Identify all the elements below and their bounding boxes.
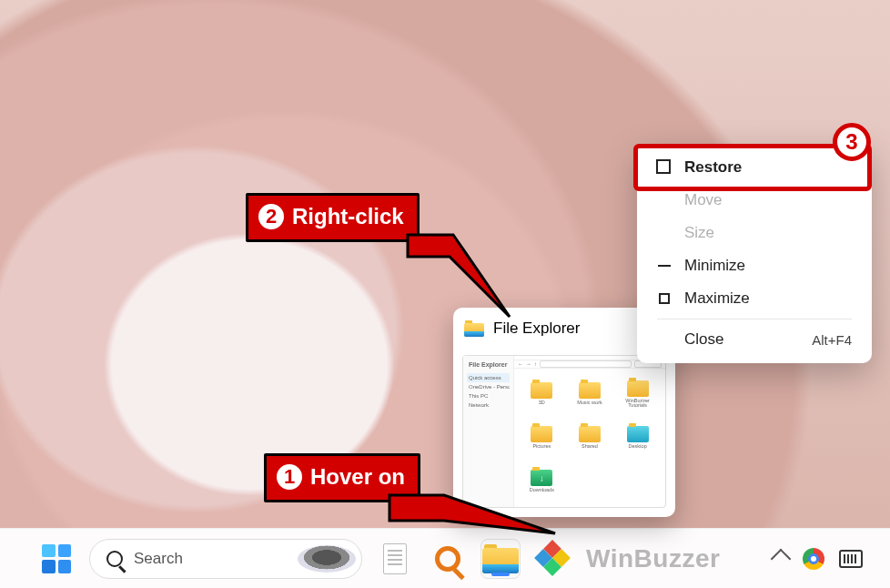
thumbnail-preview[interactable]: File Explorer Quick access OneDrive - Pe… (462, 355, 666, 508)
callout-step1: 1 Hover on (264, 453, 420, 502)
callout-step1-number: 1 (274, 461, 305, 492)
callout-step2-number: 2 (256, 201, 287, 232)
preview-sidebar-title: File Explorer (467, 360, 510, 370)
preview-folder: Music work (568, 374, 612, 414)
callout-step1-text: Hover on (310, 464, 405, 490)
search-placeholder: Search (134, 550, 183, 568)
watermark-text: WinBuzzer (586, 544, 720, 573)
taskbar-search[interactable]: Search (89, 539, 362, 579)
start-button[interactable] (36, 539, 76, 579)
callout-step2: 2 Right-click (246, 193, 420, 242)
callout-arrow-icon (408, 235, 544, 335)
preview-sidebar-item: Quick access (467, 373, 510, 382)
preview-folder: 3D (520, 374, 564, 414)
ctx-size: Size (637, 217, 872, 249)
preview-folder: Pictures (520, 418, 564, 458)
ctx-maximize[interactable]: Maximize (637, 282, 872, 315)
blank-icon (657, 193, 672, 208)
blank-icon (657, 332, 672, 347)
preview-sidebar: File Explorer Quick access OneDrive - Pe… (463, 356, 514, 507)
system-tray (774, 548, 863, 570)
svg-marker-0 (389, 495, 555, 533)
callout-step3-ring: 3 (633, 144, 872, 191)
blank-icon (657, 226, 672, 240)
preview-main: ←→↑ 3D Music work WinBuzzer Tutorials Pi… (514, 356, 665, 507)
ctx-separator (657, 319, 852, 319)
active-indicator (491, 573, 510, 576)
search-highlight-image (298, 545, 356, 573)
preview-sidebar-item: Network (467, 400, 510, 410)
preview-sidebar-item: This PC (467, 391, 510, 400)
minimize-icon (657, 259, 672, 273)
callout-step2-text: Right-click (292, 204, 404, 229)
maximize-icon (657, 291, 672, 306)
ctx-close-label: Close (684, 330, 723, 349)
ctx-move-label: Move (684, 191, 723, 209)
preview-folder: Desktop (615, 418, 660, 458)
ctx-minimize[interactable]: Minimize (637, 249, 872, 282)
callout-arrow-icon (389, 495, 562, 559)
touch-keyboard-icon[interactable] (839, 550, 863, 568)
preview-sidebar-item: OneDrive - Personal (467, 382, 510, 391)
callout-step3-number: 3 (833, 123, 871, 161)
preview-folder-grid: 3D Music work WinBuzzer Tutorials Pictur… (514, 369, 665, 507)
ctx-maximize-label: Maximize (684, 289, 750, 308)
chrome-tray-icon[interactable] (803, 548, 824, 570)
search-icon (106, 551, 123, 567)
ctx-close-shortcut: Alt+F4 (812, 332, 852, 348)
ctx-minimize-label: Minimize (684, 257, 745, 275)
svg-marker-1 (408, 235, 510, 317)
preview-folder: Shared (568, 418, 612, 458)
ctx-close[interactable]: Close Alt+F4 (637, 323, 872, 356)
tray-overflow-icon[interactable] (771, 548, 792, 569)
preview-folder: WinBuzzer Tutorials (615, 374, 660, 414)
ctx-size-label: Size (684, 224, 714, 242)
